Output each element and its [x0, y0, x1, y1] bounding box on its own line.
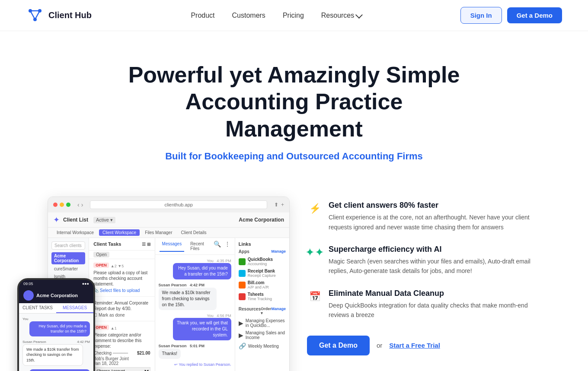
browser-back-icon[interactable]: ‹: [77, 201, 80, 208]
tab-recent-files[interactable]: Recent Files: [188, 241, 207, 252]
video-icon: ▶: [239, 332, 243, 339]
app-tabs-bar: Internal Workspace Client Workspace File…: [48, 228, 289, 238]
logo-icon: [26, 6, 44, 25]
conversation-panel: Messages Recent Files 🔍 ⋮ You 4:35 PM He…: [155, 238, 235, 371]
content-area: 09:05 ●●● Acme Corporation CLIENT TASKS …: [22, 197, 566, 371]
list-item[interactable]: cureSmarter: [51, 265, 85, 273]
tsheets-icon: [239, 293, 246, 300]
browser-bar: ‹ › clienthub.app ⬆ +: [48, 197, 289, 212]
feature-speed-title: Get client answers 80% faster: [329, 201, 540, 210]
mobile-time: 09:05: [23, 282, 33, 286]
demo-button-nav[interactable]: Get a Demo: [507, 7, 562, 23]
hero-subtitle: Built for Bookkeeping and Outsourced Acc…: [17, 151, 571, 162]
list-item: Susan Pearson 4:42 PM We made a $10k tra…: [159, 283, 231, 310]
browser-forward-icon[interactable]: ›: [81, 201, 83, 208]
tab-files[interactable]: Files Manager: [141, 229, 176, 236]
tasks-title: Client Tasks: [93, 241, 121, 247]
feature-cleanup-title: Eliminate Manual Data Cleanup: [329, 289, 540, 298]
nav-actions: Sign In Get a Demo: [460, 7, 562, 24]
tab-messages[interactable]: Messages: [160, 241, 185, 252]
receipt-bank-icon: [239, 270, 246, 277]
app-status-badge: Active ▾: [93, 217, 115, 223]
choose-account-select[interactable]: Choose Account: [93, 367, 150, 371]
calendar-check-icon: 📅: [307, 289, 323, 304]
logo-link[interactable]: Client Hub: [26, 6, 92, 25]
signin-button[interactable]: Sign In: [460, 7, 502, 24]
app-client-list-title: Client List: [63, 217, 88, 223]
browser-add-tab-icon[interactable]: +: [281, 202, 284, 208]
search-icon[interactable]: 🔍: [214, 241, 221, 252]
bill-icon: [239, 282, 246, 289]
trial-button[interactable]: Start a Free Trial: [389, 342, 440, 349]
nav-resources[interactable]: Resources: [321, 12, 361, 19]
table-row: Reminder: Annual Corporate Report due by…: [89, 297, 154, 321]
feature-ai-title: Supercharge efficiency with AI: [329, 245, 540, 254]
video-icon: ▶: [239, 320, 243, 327]
nav-product[interactable]: Product: [191, 12, 214, 19]
sidebar-item-active[interactable]: Acme Corporation: [51, 252, 85, 264]
feature-ai: ✦✦ Supercharge efficiency with AI Magic …: [307, 245, 540, 276]
nav-pricing[interactable]: Pricing: [283, 12, 304, 19]
nav-customers[interactable]: Customers: [232, 12, 265, 19]
table-row: OPEN ▲1 Please categorize and/or comment…: [89, 321, 154, 371]
cta-area: Get a Demo or Start a Free Trial: [307, 336, 540, 355]
tab-internal[interactable]: Internal Workspace: [53, 229, 97, 236]
browser-url[interactable]: clienthub.app: [90, 200, 267, 209]
manage-apps-link[interactable]: Manage: [271, 249, 286, 254]
feature-speed: ⚡ Get client answers 80% faster Client e…: [307, 201, 540, 232]
task-action-link[interactable]: 📎 Select files to upload: [93, 288, 150, 293]
list-item: You Hey Susan, did you made a transfer o…: [22, 317, 90, 336]
mobile-screenshot: 09:05 ●●● Acme Corporation CLIENT TASKS …: [17, 278, 95, 371]
screenshot-container: 09:05 ●●● Acme Corporation CLIENT TASKS …: [48, 197, 290, 371]
task-badge-open: OPEN: [93, 325, 109, 330]
browser-share-icon[interactable]: ⬆: [274, 202, 278, 208]
task-checkbox[interactable]: ☐ Mark as done: [93, 313, 150, 317]
app-logo-icon: ✦: [53, 215, 60, 225]
apps-section: Apps Manage QuickBooksAccounting Receipt…: [239, 249, 286, 302]
filter-open[interactable]: Open: [93, 252, 109, 257]
manage-resources-link[interactable]: Manage: [271, 307, 286, 315]
tasks-view-toggle[interactable]: ☰ ⊞: [142, 242, 150, 247]
tab-details[interactable]: Client Details: [178, 229, 210, 236]
sparkle-icon: ✦✦: [307, 245, 323, 260]
cta-or-text: or: [377, 342, 382, 349]
logo-text: Client Hub: [48, 10, 92, 20]
mobile-signal: ●●●: [82, 282, 89, 286]
hero-section: Powerful yet Amazingly Simple Accounting…: [0, 31, 588, 197]
more-options-icon[interactable]: ⋮: [224, 241, 230, 252]
mobile-tab-tasks[interactable]: CLIENT TASKS: [19, 303, 56, 313]
list-item: ▶ Managing Sales and Income: [239, 329, 286, 341]
sidebar-search[interactable]: Search clients: [51, 241, 85, 250]
browser-minimize-dot: [60, 203, 64, 207]
features-section: ⚡ Get client answers 80% faster Client e…: [307, 197, 540, 355]
list-item: Thank you, we will get that recorded in …: [22, 369, 90, 371]
task-text: Please upload a copy of last months chec…: [93, 270, 150, 287]
list-item: ▶ Managing Expenses in QuickBo...: [239, 317, 286, 329]
link-icon: 🔗: [239, 342, 246, 349]
list-item: Susan Pearson 5:01 PM Thanks!: [159, 344, 231, 359]
list-item: QuickBooksAccounting: [239, 256, 286, 267]
feature-speed-desc: Client experience is at the core, not an…: [329, 212, 540, 232]
tasks-panel: Client Tasks ☰ ⊞ Open OPEN ▲2 ▼5: [89, 238, 155, 371]
browser-close-dot: [53, 203, 58, 207]
navbar: Client Hub Product Customers Pricing Res…: [0, 0, 588, 31]
links-title: Links: [239, 241, 286, 247]
mobile-body: You Hey Susan, did you made a transfer o…: [19, 314, 93, 371]
mobile-tabs: CLIENT TASKS MESSAGES: [19, 303, 93, 314]
svg-line-3: [30, 11, 35, 19]
list-item: Bill.comA/P and A/R: [239, 279, 286, 291]
list-item: Susan Pearson4:42 PM We made a $10k tran…: [22, 340, 90, 366]
demo-button-main[interactable]: Get a Demo: [307, 336, 370, 355]
list-item: Receipt BankReceipt Capture: [239, 267, 286, 279]
nav-links: Product Customers Pricing Resources: [191, 12, 361, 19]
mobile-tab-messages[interactable]: MESSAGES: [56, 303, 93, 313]
conversation-tabs: Messages Recent Files 🔍 ⋮: [155, 238, 235, 255]
app-client-name: Acme Corporation: [239, 217, 284, 223]
list-item: ↩ You replied to Susan Pearson.: [159, 362, 231, 367]
table-row: OPEN ▲2 ▼5 Please upload a copy of last …: [89, 259, 154, 297]
conversation-messages: You 4:35 PM Hey Susan, did you made a tr…: [155, 255, 235, 371]
tab-client[interactable]: Client Workspace: [99, 229, 140, 236]
mobile-messages: You Hey Susan, did you made a transfer o…: [19, 314, 93, 371]
hero-title: Powerful yet Amazingly Simple Accounting…: [117, 61, 471, 142]
list-item: You 4:35 PM Hey Susan, did you made a tr…: [159, 259, 231, 279]
